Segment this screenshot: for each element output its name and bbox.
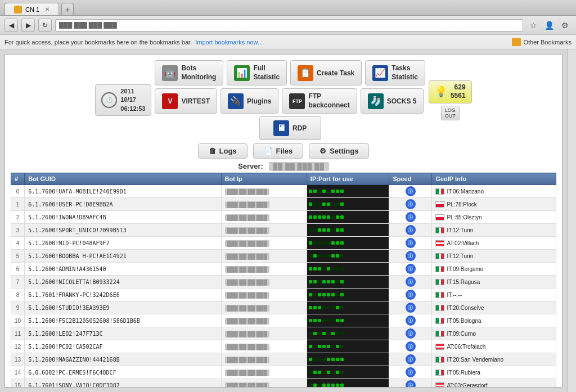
table-row[interactable]: 75.1.2600!NICOLETTA!B0933224███ ██ ██ ██…	[11, 276, 556, 289]
cell-guid: 5.1.2600!LEO2!247F713C	[25, 327, 221, 340]
table-row[interactable]: 86.1.7601!FRANKY-PC!3242D6E6███ ██ ██ ██…	[11, 289, 556, 301]
cell-guid: 6.0.6002!PC-ERMES!F6C48DCF	[25, 366, 221, 379]
bookmark-star-icon[interactable]: ☆	[526, 19, 540, 32]
cell-guid: 5.1.2600!ADMIN!A4361540	[25, 263, 221, 276]
country-flag	[435, 357, 444, 363]
reload-button[interactable]: ↻	[38, 19, 52, 32]
cell-guid: 5.1.2600!MAGAZZINO!4442168B	[25, 353, 221, 366]
table-row[interactable]: 16.1.7600!USER-PC!D8E9BB2A███ ██ ██ ███ⓘ…	[11, 198, 556, 211]
tab-close-button[interactable]: ✕	[45, 6, 50, 12]
table-row[interactable]: 135.1.2600!MAGAZZINO!4442168B███ ██ ██ █…	[11, 353, 556, 366]
create-task-button[interactable]: 📋 Create Task	[290, 60, 362, 85]
socks5-button[interactable]: 🧦 SOCKS 5	[361, 88, 424, 114]
table-row[interactable]: 146.0.6002!PC-ERMES!F6C48DCF███ ██ ██ ██…	[11, 366, 556, 379]
scrollbar[interactable]	[567, 49, 576, 392]
user-icon[interactable]: 👤	[542, 19, 556, 32]
country-flag	[435, 266, 444, 272]
create-task-icon: 📋	[298, 65, 313, 81]
cell-geo: AT:06:Trofaiach	[432, 340, 556, 353]
ftp-icon: FTP	[289, 93, 305, 109]
bot-ip-value: ███ ██ ██ ███	[225, 214, 269, 221]
col-header-num: #	[11, 173, 25, 185]
cell-guid: 5.1.2600!BOOBBA H-PC!AE1C4921	[25, 250, 221, 263]
cell-botip: ███ ██ ██ ███	[221, 366, 307, 379]
table-row[interactable]: 65.1.2600!ADMIN!A4361540███ ██ ██ ███ⓘIT…	[11, 263, 556, 276]
bots-monitoring-button[interactable]: 🤖 BotsMonitoring	[155, 60, 223, 85]
speed-icon: ⓘ	[406, 277, 416, 287]
table-row[interactable]: 45.1.2600!MID-PC!048AF9F7███ ██ ██ ███ⓘA…	[11, 237, 556, 250]
forward-button[interactable]: ▶	[21, 19, 35, 32]
cell-botip: ███ ██ ██ ███	[221, 250, 307, 263]
geo-cell-content: IT:12:Turin	[435, 227, 552, 233]
files-button[interactable]: 📄 Files	[253, 143, 304, 159]
clock-widget: 🕐 2011 10/17 06:12:53	[95, 84, 151, 116]
geo-cell-content: AT:02:Villach	[435, 240, 552, 246]
cell-speed: ⓘ	[389, 353, 432, 366]
settings-button[interactable]: ⚙ Settings	[309, 143, 369, 159]
server-info: Server: ██ ██ ███ ██	[11, 162, 556, 170]
speed-icon: ⓘ	[406, 186, 416, 196]
table-row[interactable]: 156.1.7601!SONY-VAIO!C0DF3D87███ ██ ██ █…	[11, 379, 556, 388]
address-bar[interactable]	[55, 19, 523, 31]
tasks-statistic-button[interactable]: 📈 TasksStatistic	[365, 60, 425, 85]
cell-num: 12	[11, 340, 25, 353]
logout-button[interactable]: LOG OUT	[441, 106, 460, 120]
speed-icon: ⓘ	[406, 303, 416, 313]
speed-icon: ⓘ	[406, 328, 416, 339]
cell-ipport	[307, 379, 389, 388]
bot-ip-value: ███ ██ ██ ███	[225, 382, 269, 388]
plugins-button[interactable]: 🔌 Plugins	[220, 88, 278, 114]
tasks-statistic-label: TasksStatistic	[392, 64, 418, 82]
cell-num: 5	[11, 250, 25, 263]
ftp-label: FTPbackconnect	[308, 92, 349, 110]
cell-botip: ███ ██ ██ ███	[221, 198, 307, 211]
browser-tab[interactable]: CN 1 ✕	[4, 3, 59, 15]
geo-text: AT:06:Trofaiach	[447, 344, 485, 350]
bookmarks-prompt-text: For quick access, place your bookmarks h…	[4, 39, 192, 46]
other-bookmarks-label: Other Bookmarks	[523, 39, 572, 46]
clock-face-icon: 🕐	[101, 92, 117, 108]
counter-numbers: 629 5561	[451, 83, 466, 101]
country-flag	[435, 201, 444, 208]
rdp-icon: 🖥	[273, 120, 289, 136]
cell-botip: ███ ██ ██ ███	[221, 211, 307, 224]
table-row[interactable]: 125.1.2600!PC02!CA502CAF███ ██ ██ ███ⓘAT…	[11, 340, 556, 353]
table-row[interactable]: 55.1.2600!BOOBBA H-PC!AE1C4921███ ██ ██ …	[11, 250, 556, 263]
server-ip: ██ ██ ███ ██	[269, 162, 329, 171]
import-bookmarks-link[interactable]: Import bookmarks now...	[195, 39, 263, 46]
cell-speed: ⓘ	[389, 276, 432, 289]
col-header-ipport: IP:Port for use	[307, 173, 389, 185]
bots-monitoring-icon: 🤖	[162, 65, 178, 81]
cell-speed: ⓘ	[389, 224, 432, 237]
back-button[interactable]: ◀	[4, 19, 18, 32]
ftp-backconnect-button[interactable]: FTP FTPbackconnect	[282, 88, 357, 114]
table-row[interactable]: 95.1.2600!STUDIO!3EA393E9███ ██ ██ ███ⓘI…	[11, 301, 556, 314]
geo-text: IT:09:Bergamo	[447, 266, 483, 272]
geo-text: IT:20:Conselve	[447, 305, 484, 311]
server-label: Server:	[238, 162, 263, 170]
geo-text: IT:05:Bologna	[447, 318, 481, 324]
table-row[interactable]: 115.1.2600!LEO2!247F713C███ ██ ██ ███ⓘIT…	[11, 327, 556, 340]
full-statistic-label: FullStatistic	[253, 64, 280, 82]
cell-guid: 5.1.2600!F5C2B12050S2608!586D1B6B	[25, 314, 221, 327]
new-tab-button[interactable]: +	[61, 3, 74, 15]
bot-ip-value: ███ ██ ██ ███	[225, 188, 269, 195]
bot-ip-value: ███ ██ ██ ███	[225, 305, 269, 312]
logs-button[interactable]: 🗑 Logs	[198, 143, 248, 159]
rdp-button[interactable]: 🖥 RDP	[259, 116, 321, 140]
full-statistic-button[interactable]: 📊 FullStatistic	[227, 60, 287, 85]
cell-geo: IT:05:Bologna	[432, 314, 556, 327]
logs-icon: 🗑	[209, 147, 216, 155]
settings-icon[interactable]: ⚙	[558, 19, 572, 32]
virtest-button[interactable]: V VIRTEST	[155, 88, 217, 114]
cell-ipport	[307, 263, 389, 276]
table-row[interactable]: 06.1.7600!UAFA-MOBILE!240E99D1███ ██ ██ …	[11, 185, 556, 198]
table-row[interactable]: 25.1.2600!IWONA!D89AFC4B███ ██ ██ ███ⓘPL…	[11, 211, 556, 224]
geo-text: PL:78:Plock	[447, 201, 476, 208]
geo-cell-content: IT:05:Rubiera	[435, 370, 552, 376]
table-row[interactable]: 105.1.2600!F5C2B12050S2608!586D1B6B███ █…	[11, 314, 556, 327]
cell-num: 6	[11, 263, 25, 276]
table-row[interactable]: 35.1.2600!SPORT_UNICO!7099B513███ ██ ██ …	[11, 224, 556, 237]
other-bookmarks-button[interactable]: Other Bookmarks	[512, 38, 572, 46]
bot-ip-value: ███ ██ ██ ███	[225, 331, 269, 337]
